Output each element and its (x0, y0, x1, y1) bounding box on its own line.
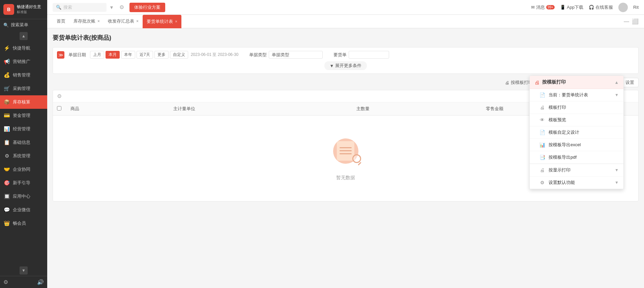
dropdown-template-preview[interactable]: 👁 模板预览 (530, 114, 623, 126)
sidebar-scroll-down[interactable]: ▼ (0, 265, 47, 276)
expand-more-button[interactable]: ▼ 展开更多条件 (324, 61, 367, 70)
dropdown-current-template[interactable]: 📄 当前：要货单统计表 ▼ (530, 89, 623, 101)
tabs-window-controls: — ⬜ (624, 18, 639, 25)
dropdown-export-excel[interactable]: 📊 按模板导出excel (530, 139, 623, 151)
topbar-actions: ✉ 消息 99+ 📱 App下载 🎧 在线客服 Rit (531, 3, 639, 12)
topbar-gear-icon[interactable]: ⚙ (119, 4, 124, 10)
sidebar-scroll-up[interactable]: ▲ (0, 31, 47, 41)
template-print-icon: 🖨 (539, 105, 545, 110)
sidebar-item-label: 库存核算 (13, 99, 30, 105)
doc-type-filter: 单据类型 单据类型 (249, 51, 323, 59)
date-range-text: 2023-06-01 至 2023-06-30 (191, 52, 238, 58)
inventory-icon: 📦 (3, 99, 10, 105)
sidebar-item-wechat[interactable]: 💬 企业微信 (0, 203, 47, 217)
dropdown-display-print[interactable]: 🖨 按显示打印 ▼ (530, 164, 623, 177)
sidebar-item-label: 销售管理 (13, 72, 30, 78)
tab-order-stats[interactable]: 要货单统计表 × (143, 15, 181, 28)
empty-text: 暂无数据 (336, 175, 355, 181)
order-item-filter: 要货单 (333, 51, 389, 59)
tab-batch-account[interactable]: 库存批次账 × (69, 15, 104, 28)
message-action[interactable]: ✉ 消息 99+ (531, 4, 555, 10)
app-download-action[interactable]: 📱 App下载 (560, 4, 583, 10)
sidebar-item-label: 新手引导 (13, 180, 30, 186)
tab-batch-account-close[interactable]: × (97, 19, 100, 24)
speaker-icon[interactable]: 🔊 (37, 279, 44, 285)
display-print-label: 按显示打印 (549, 167, 611, 173)
dropdown-header-left: 🖨 按模板打印 (534, 79, 566, 85)
username: Rit (633, 5, 639, 10)
online-service-action[interactable]: 🎧 在线客服 (589, 4, 613, 10)
tab-batch-account-label: 库存批次账 (74, 18, 95, 24)
dropdown-template-design[interactable]: 📄 模板自定义设计 (530, 126, 623, 139)
sidebar-item-label: 系统管理 (13, 153, 30, 159)
tab-home[interactable]: 首页 (53, 15, 69, 28)
sidebar-nav: ⚡ 快捷导航 📢 营销推广 💰 销售管理 🛒 采购管理 📦 库存核算 💳 资金管… (0, 41, 47, 265)
print-template-dropdown: 🖨 按模板打印 ▲ 📄 当前：要货单统计表 ▼ 🖨 模板打印 👁 模板预览 📄 (529, 75, 624, 189)
sidebar-logo: B 畅捷通好生意 标准版 (0, 0, 47, 19)
current-template-arrow: ▼ (615, 93, 619, 97)
filter-expand-button[interactable]: ≫ (57, 51, 64, 59)
sidebar-search-label: 搜索菜单 (11, 22, 28, 28)
sidebar-item-operations[interactable]: 📊 经营管理 (0, 122, 47, 136)
tab-order-stats-close[interactable]: × (175, 19, 177, 24)
window-minimize-button[interactable]: — (624, 19, 629, 25)
sidebar-item-quick-nav[interactable]: ⚡ 快捷导航 (0, 41, 47, 55)
tab-home-label: 首页 (57, 18, 65, 24)
sidebar-item-enterprise[interactable]: 🤝 企业协同 (0, 163, 47, 176)
sidebar-item-sales[interactable]: 💰 销售管理 (0, 68, 47, 82)
sidebar-item-purchase[interactable]: 🛒 采购管理 (0, 82, 47, 95)
purchase-icon: 🛒 (3, 85, 10, 92)
app-download-label: App下载 (567, 4, 583, 10)
sidebar-item-marketing[interactable]: 📢 营销推广 (0, 55, 47, 68)
exp-button[interactable]: 体验行业方案 (129, 3, 165, 12)
sidebar-item-vip[interactable]: 👑 畅会员 (0, 217, 47, 230)
date-btn-last7[interactable]: 近7天 (137, 51, 153, 59)
topbar-search-icon: 🔍 (56, 5, 61, 10)
settings-bottom-icon[interactable]: ⚙ (3, 279, 8, 285)
date-btn-current-month[interactable]: 本月 (106, 51, 120, 59)
scroll-down-button[interactable]: ▼ (20, 266, 28, 275)
logo-icon: B (3, 4, 14, 15)
sidebar-item-finance[interactable]: 💳 资金管理 (0, 109, 47, 122)
dropdown-export-pdf[interactable]: 📑 按模板导出pdf (530, 151, 623, 164)
select-all-checkbox[interactable] (57, 106, 61, 110)
sidebar-item-system[interactable]: ⚙ 系统管理 (0, 149, 47, 163)
topbar-dropdown-arrow[interactable]: ▼ (109, 5, 114, 10)
default-func-arrow: ▼ (615, 180, 619, 185)
expand-more-label: 展开更多条件 (335, 63, 361, 69)
date-btn-prev-month[interactable]: 上月 (90, 51, 104, 59)
user-avatar[interactable] (618, 3, 628, 12)
dropdown-header[interactable]: 🖨 按模板打印 ▲ (530, 76, 623, 89)
dropdown-default-func[interactable]: ⚙ 设置默认功能 ▼ (530, 177, 623, 189)
sidebar-item-label: 企业微信 (13, 207, 30, 213)
topbar-search[interactable]: 🔍 搜索 (53, 3, 107, 12)
col-checkbox[interactable] (53, 102, 66, 116)
window-maximize-button[interactable]: ⬜ (632, 18, 639, 25)
sidebar-item-inventory[interactable]: 📦 库存核算 (0, 95, 47, 109)
sidebar-item-basic[interactable]: 📋 基础信息 (0, 136, 47, 149)
sidebar-search[interactable]: 🔍 搜索菜单 (0, 19, 47, 31)
template-preview-icon: 👁 (539, 117, 545, 123)
app-download-icon: 📱 (560, 5, 565, 10)
table-settings-icon[interactable]: ⚙ (57, 93, 62, 99)
sidebar-item-label: 企业协同 (13, 166, 30, 172)
doc-type-select[interactable]: 单据类型 (269, 51, 323, 59)
export-pdf-icon: 📑 (539, 155, 545, 160)
sales-icon: 💰 (3, 72, 10, 78)
display-print-arrow: ▼ (615, 168, 619, 172)
date-btn-more[interactable]: 更多 (154, 51, 169, 59)
order-item-select[interactable] (349, 51, 389, 59)
scroll-up-button[interactable]: ▲ (20, 32, 28, 40)
dropdown-template-print[interactable]: 🖨 模板打印 (530, 101, 623, 114)
tab-receivable[interactable]: 收发存汇总表 × (104, 15, 143, 28)
sidebar-item-app-center[interactable]: 🔲 应用中心 (0, 190, 47, 203)
tab-receivable-close[interactable]: × (136, 19, 139, 24)
sidebar-item-label: 经营管理 (13, 126, 30, 132)
date-btn-custom[interactable]: 自定义 (170, 51, 188, 59)
dropdown-collapse-icon[interactable]: ▲ (614, 80, 619, 85)
vip-icon: 👑 (3, 220, 10, 227)
dropdown-print-icon: 🖨 (534, 79, 539, 85)
sidebar-item-label: 资金管理 (13, 113, 30, 119)
date-btn-current-year[interactable]: 本年 (121, 51, 135, 59)
sidebar-item-guide[interactable]: 🎯 新手引导 (0, 176, 47, 190)
